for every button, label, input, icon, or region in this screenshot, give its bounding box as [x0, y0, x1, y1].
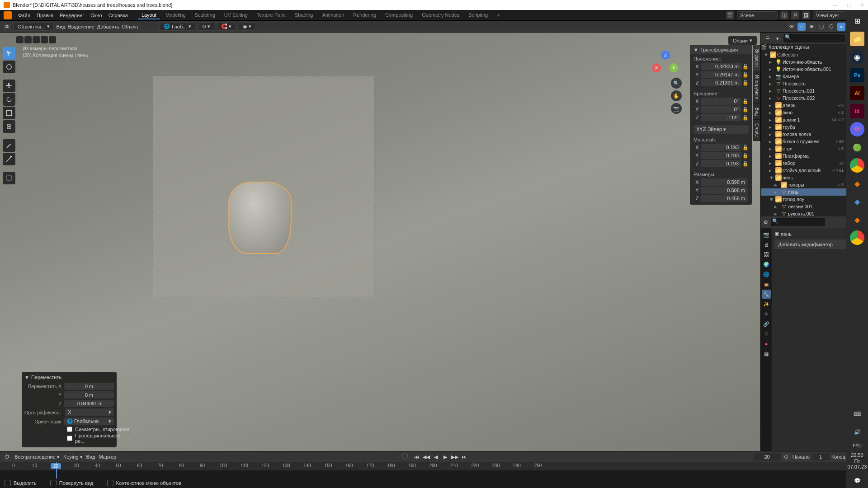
- photoshop-icon[interactable]: Ps: [850, 68, 864, 82]
- loc-x-input[interactable]: 0.82923 m: [701, 63, 741, 70]
- app-icon[interactable]: 🟢: [850, 140, 864, 155]
- jump-start-icon[interactable]: ⏮: [413, 453, 421, 461]
- timeline-track[interactable]: 0102030405060708090100110120130140150160…: [0, 462, 868, 479]
- blender-menu-icon[interactable]: [4, 11, 12, 19]
- tab-sculpting[interactable]: Sculpting: [191, 11, 219, 19]
- prop-world-icon[interactable]: 🌐: [762, 270, 771, 279]
- tab-modeling[interactable]: Modeling: [162, 11, 189, 19]
- prop-render-icon[interactable]: 📷: [762, 230, 771, 239]
- scene-icon[interactable]: 🎬: [726, 11, 734, 19]
- loc-z-input[interactable]: 0.21391 m: [701, 79, 741, 86]
- scene-new-icon[interactable]: ◫: [780, 11, 788, 19]
- zoom-icon[interactable]: 🔍: [671, 78, 682, 89]
- tray-clock[interactable]: 22:50Пт 07.07.23: [846, 452, 868, 470]
- scale-y-input[interactable]: 0.193: [701, 152, 741, 159]
- measure-tool[interactable]: [3, 153, 15, 165]
- prop-physics-icon[interactable]: ⚛: [762, 310, 771, 319]
- chrome2-icon[interactable]: [850, 230, 864, 245]
- rot-y-input[interactable]: 0°: [701, 106, 741, 113]
- outliner-search-input[interactable]: 🔍: [783, 34, 845, 42]
- tray-input-icon[interactable]: ⌨: [850, 407, 864, 421]
- sidetab-create[interactable]: Create: [753, 120, 760, 141]
- steam-icon[interactable]: ◉: [850, 50, 864, 64]
- prop-viewlayer-icon[interactable]: 🖼: [762, 250, 771, 259]
- outliner-display-icon[interactable]: ▾: [774, 34, 782, 42]
- prop-data-icon[interactable]: ▽: [762, 329, 771, 338]
- prop-material-icon[interactable]: ●: [762, 339, 771, 348]
- expand-icon[interactable]: ▸: [769, 110, 774, 116]
- mode-dropdown[interactable]: Объектны... ▾: [14, 22, 54, 31]
- prop-modifier-icon[interactable]: 🔧: [762, 290, 771, 299]
- expand-icon[interactable]: ▸: [774, 211, 780, 217]
- timeline-keying[interactable]: Keying ▾: [63, 454, 83, 460]
- tray-notifications-icon[interactable]: 💬: [850, 474, 864, 488]
- scene-del-icon[interactable]: ✕: [791, 11, 799, 19]
- rot-z-input[interactable]: -114°: [701, 114, 741, 121]
- app2-icon[interactable]: ◆: [850, 194, 864, 209]
- play-icon[interactable]: ▶: [441, 453, 449, 461]
- hdr-view[interactable]: Вид: [57, 24, 66, 29]
- visibility-icon[interactable]: 👁: [788, 23, 796, 31]
- prop-scene-icon[interactable]: 🌍: [762, 260, 771, 269]
- cursor-tool[interactable]: [3, 61, 15, 73]
- hdr-select[interactable]: Выделение: [68, 24, 94, 29]
- close-button[interactable]: ✕: [860, 2, 864, 8]
- start-frame-input[interactable]: 1: [811, 453, 830, 460]
- camera-view-icon[interactable]: 📷: [671, 103, 682, 114]
- sidetab-tool[interactable]: Инструмент: [753, 71, 760, 104]
- tab-rendering[interactable]: Rendering: [349, 11, 380, 19]
- props-search-input[interactable]: 🔍: [771, 218, 825, 226]
- lock-icon[interactable]: 🔓: [742, 71, 749, 78]
- viewport-3d[interactable]: Из камеры перспектива (20) Коллекция сце…: [0, 33, 760, 451]
- menu-file[interactable]: Файл: [18, 13, 30, 18]
- expand-icon[interactable]: ▸: [774, 189, 780, 195]
- expand-icon[interactable]: ▼: [769, 197, 774, 202]
- dim-y-input[interactable]: 0.508 m: [701, 187, 748, 194]
- addcube-tool[interactable]: [3, 172, 15, 184]
- expand-icon[interactable]: ▸: [769, 74, 774, 80]
- current-frame-input[interactable]: 20: [754, 453, 781, 460]
- hdr-add[interactable]: Добавить: [97, 24, 119, 29]
- dim-z-input[interactable]: 0.458 m: [701, 195, 748, 202]
- expand-icon[interactable]: ▸: [769, 131, 774, 137]
- lock-icon[interactable]: 🔓: [742, 80, 749, 86]
- op-move-z-input[interactable]: -0.049091 m: [64, 400, 114, 407]
- expand-icon[interactable]: ▼: [769, 175, 774, 180]
- autokey-icon[interactable]: [401, 453, 408, 459]
- add-workspace-button[interactable]: +: [493, 11, 503, 19]
- tab-uv[interactable]: UV Editing: [221, 11, 251, 19]
- tab-animation[interactable]: Animation: [318, 11, 348, 19]
- menu-edit[interactable]: Правка: [37, 13, 53, 18]
- op-ortho-dropdown[interactable]: X▾: [65, 408, 114, 416]
- xray-icon[interactable]: ▢: [817, 23, 826, 31]
- expand-icon[interactable]: ▼: [764, 52, 769, 57]
- tab-compositing[interactable]: Compositing: [382, 11, 416, 19]
- lock-icon[interactable]: 🔓: [742, 106, 749, 113]
- rotation-mode-dropdown[interactable]: XYZ Эйлер ▾: [693, 125, 749, 134]
- lock-icon[interactable]: 🔓: [742, 63, 749, 70]
- scale-x-input[interactable]: 0.193: [701, 144, 741, 151]
- prop-particle-icon[interactable]: ✨: [762, 300, 771, 309]
- jump-end-icon[interactable]: ⏭: [460, 453, 468, 461]
- expand-icon[interactable]: ▸: [769, 59, 774, 65]
- expand-icon[interactable]: ▸: [769, 66, 774, 72]
- sidetab-view[interactable]: Вид: [753, 104, 760, 120]
- lock-icon[interactable]: 🔓: [742, 144, 749, 150]
- gizmo-y-icon[interactable]: Y: [669, 63, 678, 72]
- op-proportional-checkbox[interactable]: [67, 436, 72, 441]
- expand-icon[interactable]: ▸: [769, 103, 774, 108]
- overlay-toggle-icon[interactable]: ⊕: [807, 23, 816, 31]
- loc-y-input[interactable]: 0.29147 m: [701, 71, 741, 78]
- lock-icon[interactable]: 🔓: [742, 98, 749, 104]
- outliner-editor-icon[interactable]: ☰: [764, 34, 772, 42]
- lock-icon[interactable]: 🔓: [742, 114, 749, 121]
- expand-icon[interactable]: ▸: [769, 81, 774, 87]
- chrome-icon[interactable]: [850, 158, 864, 173]
- expand-icon[interactable]: ▸: [769, 160, 774, 166]
- rot-x-input[interactable]: 0°: [701, 98, 741, 105]
- nav-gizmo[interactable]: Z X Y: [652, 51, 679, 78]
- playhead[interactable]: 20: [56, 462, 57, 479]
- tray-lang[interactable]: РУС: [853, 443, 862, 449]
- tab-shading[interactable]: Shading: [291, 11, 316, 19]
- annotate-tool[interactable]: [3, 139, 15, 152]
